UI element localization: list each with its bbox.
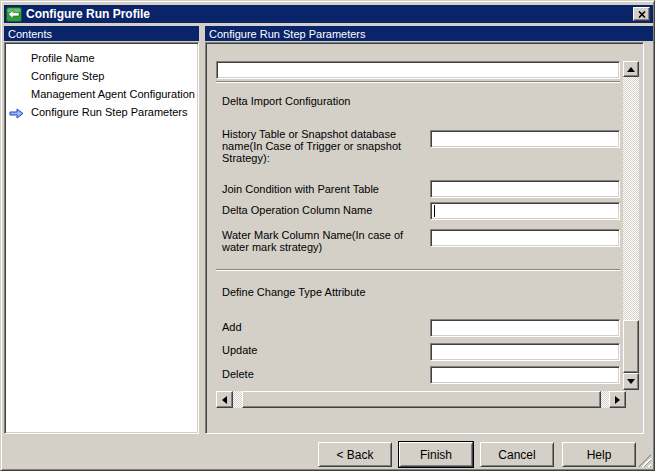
update-input[interactable] [430, 343, 620, 361]
contents-header-label: Contents [8, 28, 52, 40]
triangle-left-icon [222, 396, 227, 404]
triangle-down-icon [627, 379, 635, 384]
run-step-parameters-panel: Delta Import Configuration History Table… [205, 42, 644, 434]
sidebar-item-label: Management Agent Configuration [31, 88, 195, 100]
window-title: Configure Run Profile [26, 7, 150, 21]
title-bar[interactable]: Configure Run Profile [4, 5, 653, 23]
delete-input[interactable] [430, 366, 620, 384]
triangle-right-icon [615, 396, 620, 404]
section-title-delta-import: Delta Import Configuration [222, 95, 350, 107]
scroll-right-button[interactable] [609, 391, 626, 408]
section-divider [216, 269, 620, 271]
finish-button[interactable]: Finish [399, 442, 473, 467]
sidebar-item-configure-run-step-parameters[interactable]: Configure Run Step Parameters [5, 103, 198, 121]
delta-operation-column-label: Delta Operation Column Name [222, 204, 424, 216]
current-step-arrow-icon [9, 106, 24, 117]
horizontal-scrollbar-thumb[interactable] [242, 391, 601, 408]
vertical-scrollbar[interactable] [623, 61, 639, 390]
partial-top-field[interactable] [216, 61, 620, 79]
sidebar-item-configure-step[interactable]: Configure Step [5, 67, 198, 85]
sidebar-item-label: Configure Step [31, 70, 104, 82]
section-divider [216, 81, 620, 83]
step-parameters-header-label: Configure Run Step Parameters [209, 28, 366, 40]
sidebar-item-profile-name[interactable]: Profile Name [5, 49, 198, 67]
water-mark-column-input[interactable] [430, 229, 620, 247]
delta-operation-column-input[interactable] [430, 202, 620, 220]
sidebar-item-label: Profile Name [31, 52, 95, 64]
horizontal-scrollbar-track[interactable] [233, 391, 242, 408]
add-label: Add [222, 321, 242, 333]
scroll-down-button[interactable] [623, 373, 639, 390]
cancel-button[interactable]: Cancel [480, 442, 554, 467]
run-profile-icon [6, 7, 22, 22]
section-title-change-type: Define Change Type Attribute [222, 286, 366, 298]
sidebar-item-label: Configure Run Step Parameters [31, 106, 188, 118]
scroll-up-button[interactable] [623, 61, 639, 77]
triangle-up-icon [627, 67, 635, 72]
scroll-left-button[interactable] [216, 391, 233, 408]
join-condition-label: Join Condition with Parent Table [222, 183, 424, 195]
contents-panel: Profile Name Configure Step Management A… [4, 42, 199, 434]
help-button[interactable]: Help [562, 442, 636, 467]
horizontal-scrollbar-track[interactable] [601, 391, 609, 408]
close-button[interactable] [633, 7, 650, 21]
contents-header: Contents [4, 26, 199, 41]
back-button[interactable]: < Back [318, 442, 392, 467]
step-parameters-header: Configure Run Step Parameters [205, 26, 653, 41]
update-label: Update [222, 344, 257, 356]
sidebar-item-management-agent-configuration[interactable]: Management Agent Configuration [5, 85, 198, 103]
text-caret [434, 205, 435, 217]
horizontal-scrollbar[interactable] [216, 391, 626, 408]
join-condition-input[interactable] [430, 180, 620, 198]
dialog-configure-run-profile: Configure Run Profile Contents Configure… [0, 0, 655, 471]
delete-label: Delete [222, 368, 254, 380]
resize-grip[interactable] [638, 454, 651, 467]
vertical-scrollbar-thumb[interactable] [623, 320, 639, 373]
history-table-label: History Table or Snapshot database name(… [222, 128, 424, 164]
close-icon [638, 11, 646, 18]
vertical-scrollbar-track[interactable] [623, 77, 639, 320]
water-mark-column-label: Water Mark Column Name(In case of water … [222, 229, 424, 253]
history-table-input[interactable] [430, 130, 620, 148]
add-input[interactable] [430, 319, 620, 337]
